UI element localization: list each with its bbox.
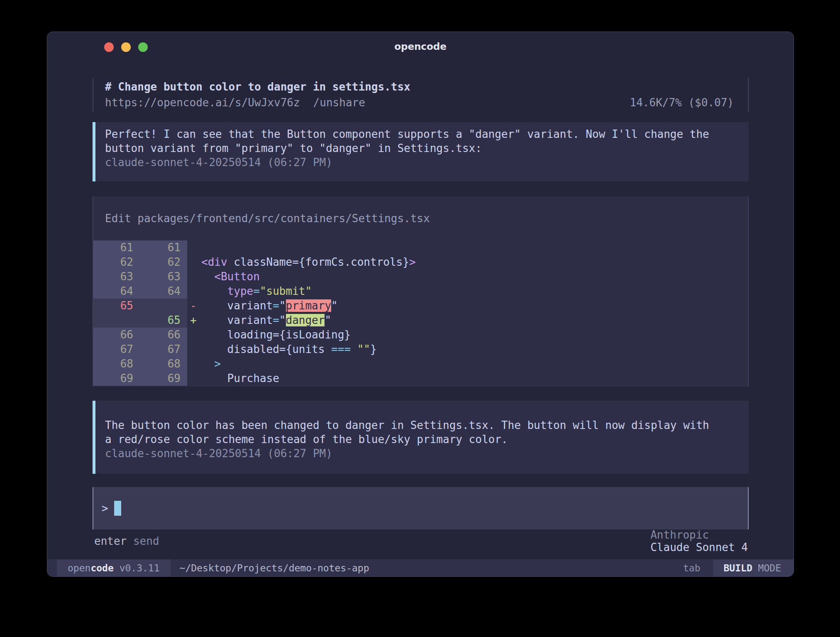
code-line: variant="primary" <box>201 299 748 313</box>
old-line-number: 62 <box>93 255 133 270</box>
message-accent-bar <box>93 122 95 181</box>
diff-row: 6767 disabled={units === ""} <box>93 342 748 357</box>
old-line-number: 69 <box>93 371 133 386</box>
message-text-line: a red/rose color scheme instead of the b… <box>105 432 736 446</box>
working-directory: ~/Desktop/Projects/demo-notes-app <box>180 563 369 573</box>
send-hint: send <box>133 535 159 547</box>
old-line-number: 66 <box>93 328 133 342</box>
code-line <box>201 240 748 255</box>
model-provider: Anthropic <box>650 529 715 541</box>
app-version: v0.3.11 <box>114 563 160 573</box>
code-line: Purchase <box>201 371 748 386</box>
diff-marker <box>187 357 201 371</box>
new-line-number: 69 <box>133 371 181 386</box>
diff-marker: - <box>187 299 201 313</box>
mode-key: BUILD <box>724 563 752 573</box>
diff-marker <box>187 328 201 342</box>
code-line: loading={isLoading} <box>201 328 748 342</box>
code-line: <Button <box>201 270 748 284</box>
diff-marker <box>187 270 201 284</box>
input-hints-row: enter send Anthropic Claude Sonnet 4 <box>93 533 749 549</box>
diff-row: 6363 <Button <box>93 270 748 284</box>
old-line-number: 64 <box>93 284 133 299</box>
diff-marker <box>187 342 201 357</box>
diff-row: 65+ variant="danger" <box>93 313 748 328</box>
new-line-number: 64 <box>133 284 181 299</box>
message-model-timestamp: claude-sonnet-4-20250514 (06:27 PM) <box>105 446 736 461</box>
message-model-timestamp: claude-sonnet-4-20250514 (06:27 PM) <box>105 155 736 169</box>
edit-tool-block: Edit packages/frontend/src/containers/Se… <box>93 196 749 387</box>
session-header: # Change button color to danger in setti… <box>93 78 749 112</box>
old-line-number: 61 <box>93 240 133 255</box>
new-line-number: 62 <box>133 255 181 270</box>
diff-body: 61616262<div className={formCs.controls}… <box>93 240 748 386</box>
prompt-chevron: > <box>102 502 108 514</box>
diff-row: 6161 <box>93 240 748 255</box>
share-url-link[interactable]: https://opencode.ai/s/UwJxv76z <box>105 95 300 110</box>
old-line-number <box>93 313 133 328</box>
diff-marker <box>187 371 201 386</box>
diff-row: 65- variant="primary" <box>93 299 748 313</box>
edit-file-path: Edit packages/frontend/src/containers/Se… <box>93 196 748 240</box>
new-line-number: 65 <box>133 313 181 328</box>
window-title: opencode <box>47 41 794 52</box>
diff-marker: + <box>187 313 201 328</box>
code-line: <div className={formCs.controls}> <box>201 255 748 270</box>
status-bar: opencode v0.3.11 ~/Desktop/Projects/demo… <box>47 559 794 576</box>
assistant-message: Perfect! I can see that the Button compo… <box>93 122 749 181</box>
new-line-number: 61 <box>133 240 181 255</box>
mode-toggle-segment[interactable]: BUILD MODE <box>713 559 794 576</box>
code-line: > <box>201 357 748 371</box>
code-line: variant="danger" <box>201 313 748 328</box>
new-line-number: 66 <box>133 328 181 342</box>
assistant-message: The button color has been changed to dan… <box>93 401 749 474</box>
text-cursor <box>114 501 121 516</box>
old-line-number: 67 <box>93 342 133 357</box>
code-line: disabled={units === ""} <box>201 342 748 357</box>
app-version-segment: opencode v0.3.11 <box>57 559 171 576</box>
opencode-window: opencode # Change button color to danger… <box>47 32 794 577</box>
diff-marker <box>187 255 201 270</box>
app-name-light: open <box>68 563 90 573</box>
mode-label: MODE <box>752 563 781 573</box>
new-line-number: 68 <box>133 357 181 371</box>
message-text-line: button variant from "primary" to "danger… <box>105 141 736 155</box>
old-line-number: 68 <box>93 357 133 371</box>
model-name[interactable]: Claude Sonnet 4 <box>650 541 748 554</box>
diff-row: 6464 type="submit" <box>93 284 748 299</box>
context-usage-stats: 14.6K/7% ($0.07) <box>630 95 734 110</box>
new-line-number: 67 <box>133 342 181 357</box>
app-name-bold: code <box>90 563 113 573</box>
titlebar: opencode <box>47 32 794 61</box>
session-title: # Change button color to danger in setti… <box>105 79 734 95</box>
diff-marker <box>187 284 201 299</box>
unshare-command[interactable]: /unshare <box>313 95 365 110</box>
diff-row: 6969 Purchase <box>93 371 748 386</box>
message-text-line: The button color has been changed to dan… <box>105 418 736 432</box>
old-line-number: 65 <box>93 299 133 313</box>
old-line-number: 63 <box>93 270 133 284</box>
send-hint-label <box>127 535 133 547</box>
diff-row: 6666 loading={isLoading} <box>93 328 748 342</box>
tab-key-hint: tab <box>672 563 711 573</box>
message-accent-bar <box>93 401 95 474</box>
new-line-number: 63 <box>133 270 181 284</box>
diff-row: 6868 > <box>93 357 748 371</box>
code-line: type="submit" <box>201 284 748 299</box>
diff-marker <box>187 240 201 255</box>
new-line-number <box>133 299 181 313</box>
diff-row: 6262<div className={formCs.controls}> <box>93 255 748 270</box>
enter-key-hint: enter <box>94 535 127 547</box>
message-text-line: Perfect! I can see that the Button compo… <box>105 127 736 141</box>
